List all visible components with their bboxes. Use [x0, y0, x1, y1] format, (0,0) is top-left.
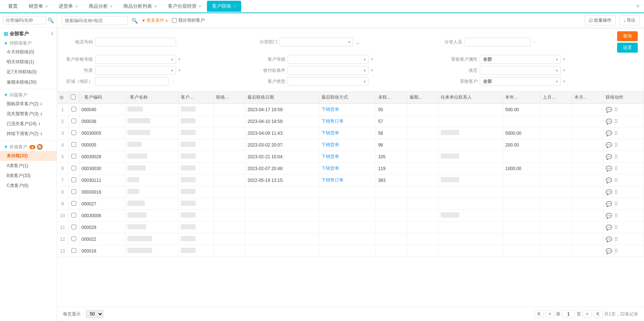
sidebar-item-class-c[interactable]: C类客户(6)	[0, 181, 57, 191]
row-check[interactable]	[68, 163, 79, 174]
contact-action-icon[interactable]: 💬	[606, 154, 612, 160]
phone-input[interactable]	[95, 38, 176, 46]
all-customers-title[interactable]: ⊞ 全部客户 《	[0, 28, 57, 39]
row-last-contact-method[interactable]: 下销货单	[319, 127, 376, 139]
contact-action-icon[interactable]: 💬	[606, 236, 612, 242]
retail-customer-select[interactable]: 全部	[480, 77, 561, 86]
row-name[interactable]	[125, 210, 179, 222]
row-name[interactable]	[125, 139, 179, 151]
dept-select[interactable]	[279, 38, 353, 46]
sidebar-item-class-b[interactable]: B类客户(33)	[0, 171, 57, 181]
row-checkbox[interactable]	[71, 236, 76, 241]
query-button[interactable]: 查询	[617, 31, 638, 41]
more-action-icon[interactable]: ⠿	[614, 154, 618, 160]
row-check[interactable]	[68, 198, 79, 210]
row-last-contact-method[interactable]: 下销货单	[319, 104, 376, 116]
sidebar-search-icon[interactable]: 🔍	[47, 17, 54, 23]
region-input[interactable]	[95, 77, 169, 86]
sidebar-item-churn-warning[interactable]: 流失预警客户(3) ℹ	[0, 109, 57, 119]
row-check[interactable]	[68, 186, 79, 198]
close-customer-contact-icon[interactable]: ×	[233, 4, 236, 8]
sidebar-item-overdue[interactable]: 逾期未联络(30)	[0, 77, 57, 87]
page-input[interactable]	[562, 310, 575, 318]
row-name[interactable]	[125, 151, 179, 163]
row-name[interactable]	[125, 104, 179, 116]
contact-action-icon[interactable]: 💬	[606, 166, 612, 172]
tab-customer-contact[interactable]: 客户联络 ×	[207, 1, 241, 12]
select-all-checkbox[interactable]	[71, 95, 75, 99]
row-name[interactable]	[125, 163, 179, 174]
sidebar-item-tomorrow[interactable]: 明天待联络(1)	[0, 57, 57, 67]
row-checkbox[interactable]	[71, 177, 76, 182]
more-action-icon[interactable]: ⠿	[614, 248, 618, 254]
row-check[interactable]	[68, 151, 79, 163]
row-last-contact-method[interactable]	[319, 222, 376, 233]
contact-action-icon[interactable]: 💬	[606, 248, 612, 254]
sidebar-item-declining[interactable]: 持续下滑客户(2) ℹ	[0, 129, 57, 139]
tab-product-analysis[interactable]: 商品分析 ×	[84, 1, 117, 12]
row-checkbox[interactable]	[71, 213, 76, 218]
row-last-contact-method[interactable]	[319, 210, 376, 222]
close-purchase-icon[interactable]: ×	[75, 4, 77, 8]
row-last-contact-method[interactable]: 下销货单	[319, 163, 376, 174]
close-sales-icon[interactable]: ×	[45, 4, 47, 8]
my-customers-checkbox-label[interactable]: 我分管的客户	[172, 17, 205, 24]
row-name[interactable]	[125, 186, 179, 198]
more-action-icon[interactable]: ⠿	[614, 201, 618, 207]
row-checkbox[interactable]	[71, 142, 76, 147]
row-check[interactable]	[68, 139, 79, 151]
row-check[interactable]	[68, 210, 79, 222]
row-checkbox[interactable]	[71, 130, 76, 135]
row-checkbox[interactable]	[71, 166, 76, 170]
more-action-icon[interactable]: ⠿	[614, 213, 618, 219]
row-checkbox[interactable]	[71, 201, 76, 206]
row-checkbox[interactable]	[71, 119, 76, 123]
row-check[interactable]	[68, 245, 79, 257]
row-checkbox[interactable]	[71, 189, 76, 194]
my-customers-checkbox[interactable]	[172, 18, 177, 23]
retail-attr-select[interactable]: 全部	[480, 55, 561, 64]
contact-action-icon[interactable]: 💬	[606, 119, 612, 124]
sidebar-item-churned[interactable]: 已流失客户(24) ℹ	[0, 119, 57, 129]
close-customer-segment-icon[interactable]: ×	[199, 4, 201, 8]
export-button[interactable]: ↓ 导出	[619, 15, 640, 25]
row-name[interactable]	[125, 116, 179, 127]
col-check-all[interactable]	[68, 91, 79, 104]
more-action-icon[interactable]: ⠿	[614, 119, 618, 124]
last-page-button[interactable]: K	[593, 310, 603, 318]
sidebar-item-ungroup[interactable]: 未分组(32)	[0, 151, 57, 161]
sidebar-search-input[interactable]	[3, 16, 46, 24]
staff-more-icon[interactable]: ···	[533, 39, 536, 45]
row-name[interactable]	[125, 174, 179, 186]
row-last-contact-method[interactable]	[319, 245, 376, 257]
payment-select[interactable]	[288, 66, 369, 75]
close-product-analysis-icon[interactable]: ×	[110, 4, 112, 8]
more-action-icon[interactable]: ⠿	[614, 166, 618, 172]
more-action-icon[interactable]: ⠿	[614, 142, 618, 148]
tab-home[interactable]: 首页	[3, 1, 23, 12]
filter-more-button[interactable]: ▼ 更多条件 ∧	[141, 17, 168, 24]
nav-close-button[interactable]: ×	[635, 1, 641, 11]
filter-search-button[interactable]: 🔍	[131, 18, 138, 24]
price-level-select[interactable]	[95, 55, 176, 64]
first-page-button[interactable]: K	[534, 310, 544, 318]
row-last-contact-method[interactable]	[319, 186, 376, 198]
row-check[interactable]	[68, 116, 79, 127]
row-check[interactable]	[68, 233, 79, 245]
row-name[interactable]	[125, 233, 179, 245]
page-size-select[interactable]: 50	[86, 310, 103, 318]
row-check[interactable]	[68, 174, 79, 186]
more-action-icon[interactable]: ⠿	[614, 189, 618, 195]
row-check[interactable]	[68, 104, 79, 116]
row-last-contact-method[interactable]: 下销货单	[319, 139, 376, 151]
row-last-contact-method[interactable]: 下销售订单	[319, 174, 376, 186]
contact-action-icon[interactable]: 💬	[606, 225, 612, 230]
row-checkbox[interactable]	[71, 248, 76, 253]
row-checkbox[interactable]	[71, 225, 76, 229]
filter-search-input[interactable]	[61, 16, 128, 25]
row-name[interactable]	[125, 222, 179, 233]
tab-purchase[interactable]: 进货单 ×	[53, 1, 82, 12]
row-last-contact-method[interactable]	[319, 233, 376, 245]
region-more-icon[interactable]: ···	[171, 79, 175, 84]
contact-action-icon[interactable]: 💬	[606, 213, 612, 219]
